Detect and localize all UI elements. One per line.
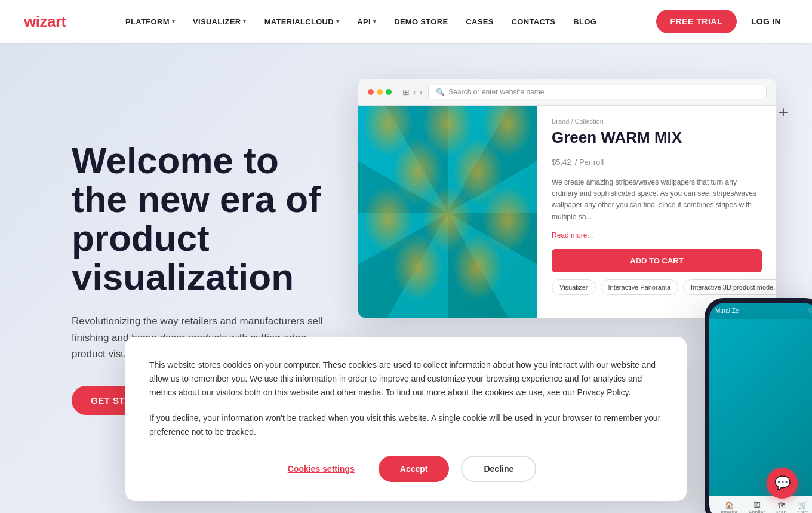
chevron-down-icon: ▾ (172, 19, 175, 24)
phone-product-bg (709, 319, 812, 496)
tab-panorama[interactable]: Interactive Panorama (601, 279, 679, 295)
search-icon: 🔍 (436, 88, 445, 96)
nav-item-visualizer[interactable]: VISUALIZER ▾ (186, 13, 254, 31)
phone-icon-interior[interactable]: 🏠 Interior (721, 501, 737, 513)
nav-item-cases[interactable]: CASES (459, 13, 500, 31)
nav-label: VISUALIZER (193, 17, 241, 26)
hero-title: Welcome to the new era of product visual… (72, 141, 334, 296)
wallpaper-overlay (358, 106, 537, 318)
url-text: Search or enter website name (448, 88, 544, 96)
nav-item-platform[interactable]: PLATFORM ▾ (118, 13, 182, 31)
browser-body: Brand / Collection Green WARM MIX $5,42 … (358, 106, 776, 318)
plus-icon: + (779, 103, 788, 122)
grid-icon: ⊞ (402, 87, 410, 97)
interior-icon: 🏠 (721, 501, 737, 509)
dot-green (386, 89, 392, 95)
login-button[interactable]: LOG IN (744, 12, 788, 31)
phone-bottom-bar: 🏠 Interior 🖼 Applier 🗺 Map 🛒 (709, 496, 812, 513)
cookie-text-primary: This website stores cookies on your comp… (149, 358, 663, 400)
nav-item-blog[interactable]: BLOG (566, 13, 604, 31)
logo[interactable]: wizart (24, 13, 66, 31)
nav-label: MATERIALCLOUD (264, 17, 334, 26)
product-name: Green WARM MIX (552, 128, 762, 147)
browser-mockup: ⊞ ‹ › 🔍 Search or enter website name Bra… (358, 79, 776, 318)
browser-dots (368, 89, 392, 95)
phone-product-area (709, 319, 812, 496)
dot-red (368, 89, 374, 95)
accept-button[interactable]: Accept (379, 456, 450, 482)
cookie-banner: This website stores cookies on your comp… (125, 337, 687, 501)
browser-bar: ⊞ ‹ › 🔍 Search or enter website name (358, 79, 776, 106)
product-image (358, 106, 537, 318)
phone-heart-icon: ♡ (808, 308, 812, 314)
browser-icons: ⊞ ‹ › (402, 87, 422, 97)
product-breadcrumb: Brand / Collection (552, 118, 762, 125)
add-to-cart-button[interactable]: ADD TO CART (552, 249, 762, 272)
dot-yellow (377, 89, 383, 95)
nav-label: CONTACTS (512, 17, 556, 26)
nav-links: PLATFORM ▾ VISUALIZER ▾ MATERIALCLOUD ▾ … (118, 13, 604, 31)
nav-item-contacts[interactable]: CONTACTS (505, 13, 563, 31)
product-price: $5,42 / Per roll (552, 153, 762, 168)
applier-icon: 🖼 (749, 501, 765, 509)
nav-label: PLATFORM (125, 17, 170, 26)
chevron-down-icon: ▾ (336, 19, 339, 24)
product-tabs: Visualizer Interactive Panorama Interact… (552, 279, 762, 295)
read-more-link[interactable]: Read more... (552, 231, 762, 239)
cookie-actions: Cookies settings Accept Decline (149, 456, 663, 482)
nav-item-materialcloud[interactable]: MATERIALCLOUD ▾ (257, 13, 347, 31)
forward-icon: › (420, 87, 423, 97)
nav-actions: FREE TRIAL LOG IN (656, 10, 788, 33)
nav-item-demo-store[interactable]: DEMO STORE (387, 13, 455, 31)
tab-visualizer[interactable]: Visualizer (552, 279, 596, 295)
tab-3d[interactable]: Interactive 3D product mode... (683, 279, 776, 295)
nav-label: API (357, 17, 371, 26)
applier-label: Applier (749, 509, 765, 513)
decline-button[interactable]: Decline (461, 456, 536, 482)
navbar: wizart PLATFORM ▾ VISUALIZER ▾ MATERIALC… (0, 0, 812, 43)
nav-item-api[interactable]: API ▾ (350, 13, 383, 31)
nav-label: DEMO STORE (394, 17, 448, 26)
chevron-down-icon: ▾ (373, 19, 376, 24)
chat-bubble-button[interactable]: 💬 (767, 468, 798, 499)
map-icon: 🗺 (776, 501, 787, 509)
product-description: We create amazing stripes/waves wallpape… (552, 177, 762, 223)
phone-icon-map[interactable]: 🗺 Map (776, 501, 787, 513)
phone-top-bar: Mural Ze ♡ (709, 303, 812, 319)
map-label: Map (776, 509, 787, 513)
cart-icon: 🛒 (798, 501, 808, 509)
free-trial-button[interactable]: FREE TRIAL (656, 10, 737, 33)
nav-label: CASES (466, 17, 493, 26)
interior-label: Interior (721, 509, 737, 513)
phone-icon-cart[interactable]: 🛒 Cart (798, 501, 808, 513)
back-icon: ‹ (413, 87, 416, 97)
browser-url: 🔍 Search or enter website name (428, 85, 767, 99)
chevron-down-icon: ▾ (243, 19, 246, 24)
price-unit: / Per roll (575, 158, 604, 167)
nav-label: BLOG (573, 17, 596, 26)
phone-icon-applier[interactable]: 🖼 Applier (749, 501, 765, 513)
price-value: $5,42 (552, 158, 571, 167)
chat-icon: 💬 (774, 475, 791, 491)
phone-label: Mural Ze (715, 308, 739, 314)
cart-label: Cart (798, 509, 808, 513)
cookie-text-secondary: If you decline, your information won't b… (149, 411, 663, 439)
cookies-settings-button[interactable]: Cookies settings (276, 457, 367, 481)
product-info: Brand / Collection Green WARM MIX $5,42 … (537, 106, 776, 318)
